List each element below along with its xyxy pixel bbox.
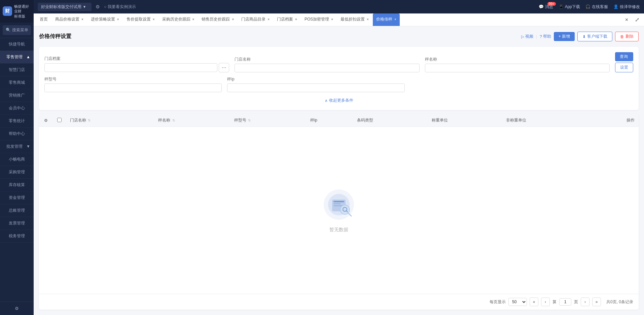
table-header-scale-ip: 秤ip (306, 114, 353, 127)
search-menu-button[interactable]: 🔍 搜索菜单 (3, 25, 31, 35)
sidebar-item-member-center[interactable]: 会员中心 (0, 102, 34, 115)
store-name-input[interactable] (235, 64, 419, 72)
message-icon: 💬 (539, 4, 544, 9)
table-header-checkbox (52, 114, 66, 127)
sidebar-item-retail-stats[interactable]: 零售统计 (0, 115, 34, 128)
online-service-button[interactable]: 🎧 在线客服 (585, 4, 608, 10)
store-profile-extra-btn[interactable]: ··· (219, 63, 229, 72)
tab-close-icon[interactable]: × (267, 18, 270, 21)
tab-product-price[interactable]: 商品价格设置 × (52, 13, 87, 26)
collapse-icon: ∧ (325, 98, 328, 103)
add-button[interactable]: + 新增 (554, 32, 575, 41)
sidebar-item-marketing[interactable]: 营销推广 (0, 89, 34, 102)
collapse-button[interactable]: ∧ 收起更多条件 (44, 96, 633, 105)
sidebar-settings-button[interactable]: ⚙ (0, 302, 34, 315)
messages-button[interactable]: 💬 消息 99+ (539, 4, 553, 10)
sidebar-item-wholesale[interactable]: 批发管理 ▼ (0, 140, 34, 153)
headset-icon: 🎧 (585, 4, 591, 9)
scale-name-field: 秤名称 (425, 57, 610, 72)
sidebar-item-inventory[interactable]: 库存核算 (0, 179, 34, 191)
tab-close-icon[interactable]: × (367, 18, 369, 21)
topbar-right: 💬 消息 99+ 📱 App下载 🎧 在线客服 👤 徐泽华修改 (539, 4, 640, 10)
messages-badge: 99+ (547, 2, 556, 6)
demo-link[interactable]: ○ 我要看实例演示 (104, 4, 136, 10)
download-client-button[interactable]: ⬇ 客户端下载 (577, 32, 612, 41)
tab-close-icon[interactable]: × (81, 18, 83, 21)
sort-icon[interactable]: ⇅ (88, 118, 91, 122)
tab-purchase-history[interactable]: 采购历史价跟踪 × (159, 13, 198, 26)
close-tab-button[interactable]: × (623, 16, 630, 24)
delete-button[interactable]: 🗑 删除 (615, 32, 639, 41)
tab-home[interactable]: 首页 (36, 13, 51, 26)
tab-close-icon[interactable]: × (117, 18, 119, 21)
sidebar-item-purchase-mgmt[interactable]: 采购管理 (0, 166, 34, 179)
sidebar-item-invoice[interactable]: 发票管理 (0, 217, 34, 230)
current-page-input[interactable] (559, 298, 571, 306)
search-icon: 🔍 (6, 28, 11, 32)
sidebar-item-retail-mall[interactable]: 零售商城 (0, 76, 34, 89)
last-page-button[interactable]: » (592, 298, 601, 306)
tab-close-icon[interactable]: × (232, 18, 234, 21)
page-title: 价格传秤设置 (39, 33, 71, 40)
content-area: 价格传秤设置 ▷ 视频 | ? 帮助 + 新增 ⬇ 客户端下载 (34, 26, 644, 315)
tab-purchase-strategy[interactable]: 进价策略设置 × (87, 13, 122, 26)
page-suffix: 页 (574, 299, 578, 305)
sort-icon[interactable]: ⇅ (248, 118, 251, 122)
tab-pos-encryption[interactable]: POS加密管理 × (301, 13, 336, 26)
tab-sale-history[interactable]: 销售历史价跟踪 × (198, 13, 237, 26)
tab-min-discount[interactable]: 最低折扣设置 × (337, 13, 372, 26)
store-name-field: 门店名称 (235, 57, 419, 72)
sidebar-item-ledger[interactable]: 总账管理 (0, 204, 34, 217)
user-menu-button[interactable]: 👤 徐泽华修改 (613, 4, 640, 10)
set-button[interactable]: 设置 (615, 63, 633, 72)
tab-close-icon[interactable]: × (153, 18, 155, 21)
scale-ip-label: 秤ip (227, 76, 404, 82)
tab-close-icon[interactable]: × (295, 18, 297, 21)
separator: | (536, 34, 537, 39)
query-button[interactable]: 查询 (615, 52, 633, 61)
page-size-label: 每页显示 (490, 299, 506, 305)
tab-close-icon[interactable]: × (192, 18, 194, 21)
user-avatar-icon: 👤 (613, 4, 618, 9)
sidebar-item-tax[interactable]: 税务管理 (0, 230, 34, 243)
sidebar-item-finance[interactable]: 资金管理 (0, 191, 34, 204)
video-icon: ▷ (521, 34, 524, 39)
app-download-button[interactable]: 📱 App下载 (559, 4, 580, 10)
sidebar: 财 畅捷通好业财 标准版 🔍 搜索菜单 快捷导航 零售管理 ▲ 智慧门店 零售商… (0, 0, 34, 315)
select-all-checkbox[interactable] (57, 118, 62, 122)
table-header-scale-model: 秤型号 ⇅ (230, 114, 306, 127)
expand-tab-button[interactable]: ⤢ (633, 16, 641, 24)
data-table: ⚙ 门店名称 ⇅ 秤名称 ⇅ 秤型号 (39, 114, 639, 127)
version-selector[interactable]: 好业财标准版交付试用 ▾ (38, 3, 92, 11)
sidebar-item-help[interactable]: 帮助中心 (0, 128, 34, 140)
tab-sale-price-extract[interactable]: 售价提取设置 × (123, 13, 158, 26)
tab-price-scale[interactable]: 价格传秤 × (373, 13, 400, 26)
tab-close-active-icon[interactable]: × (394, 18, 396, 21)
table-header-row: ⚙ 门店名称 ⇅ 秤名称 ⇅ 秤型号 (39, 114, 639, 127)
tab-close-icon[interactable]: × (331, 18, 333, 21)
table-section: ⚙ 门店名称 ⇅ 秤名称 ⇅ 秤型号 (39, 114, 639, 310)
tab-store-profile[interactable]: 门店档案 × (274, 13, 300, 26)
quick-nav-item[interactable]: 快捷导航 (0, 38, 34, 51)
first-page-button[interactable]: « (530, 298, 538, 306)
video-link[interactable]: ▷ 视频 (521, 34, 533, 39)
scale-model-input[interactable] (44, 83, 222, 92)
help-link[interactable]: ? 帮助 (540, 34, 551, 39)
table-header-gear[interactable]: ⚙ (39, 114, 52, 127)
store-profile-input[interactable] (44, 63, 217, 72)
sidebar-item-smart-store[interactable]: 智慧门店 (0, 64, 34, 76)
scale-name-input[interactable] (425, 64, 610, 72)
tab-store-catalog[interactable]: 门店商品目录 × (238, 13, 273, 26)
sidebar-item-xiaochang-ecom[interactable]: 小畅电商 (0, 153, 34, 166)
scale-ip-input[interactable] (227, 83, 404, 92)
scale-model-label: 秤型号 (44, 76, 222, 82)
page-header: 价格传秤设置 ▷ 视频 | ? 帮助 + 新增 ⬇ 客户端下载 (39, 32, 639, 41)
topbar-settings-icon[interactable]: ⚙ (96, 4, 100, 9)
delete-icon: 🗑 (620, 34, 624, 39)
sort-icon[interactable]: ⇅ (172, 118, 175, 122)
sidebar-item-retail-management[interactable]: 零售管理 ▲ (0, 51, 34, 64)
prev-page-button[interactable]: ‹ (541, 298, 550, 306)
next-page-button[interactable]: › (581, 298, 589, 306)
empty-text: 暂无数据 (329, 227, 348, 233)
page-size-select[interactable]: 50 10 20 100 (508, 298, 527, 306)
